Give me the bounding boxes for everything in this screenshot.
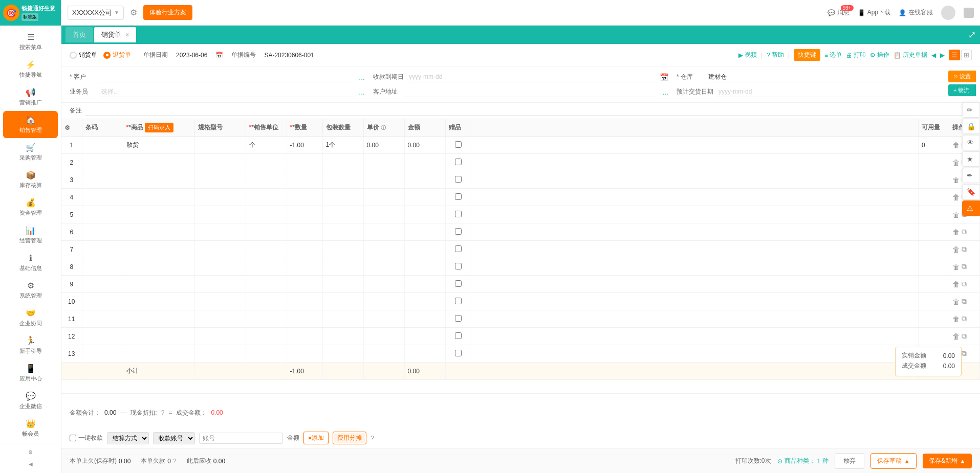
- print-btn[interactable]: 🖨 打印: [846, 51, 866, 59]
- row-price-4[interactable]: [363, 189, 404, 206]
- row-spec-2[interactable]: [194, 154, 246, 171]
- row-gift-7[interactable]: [445, 241, 471, 258]
- row-product-8[interactable]: [123, 258, 194, 276]
- due-date-input[interactable]: [407, 72, 657, 82]
- sidebar-item-member[interactable]: 👑 畅会员: [3, 415, 58, 442]
- help-link[interactable]: ? 帮助: [767, 51, 784, 59]
- message-button[interactable]: 💬 消息 99+: [827, 8, 850, 17]
- row-gift-3[interactable]: [445, 171, 471, 189]
- note-input[interactable]: [85, 106, 972, 116]
- expense-help-icon[interactable]: ?: [371, 435, 374, 442]
- row-spec-4[interactable]: [194, 189, 246, 206]
- row-qty-9[interactable]: [287, 276, 322, 293]
- delete-icon-9[interactable]: 🗑: [952, 280, 960, 288]
- row-price-12[interactable]: [363, 328, 404, 345]
- user-menu-icon[interactable]: [964, 8, 974, 18]
- barcode-input-3[interactable]: [85, 176, 120, 184]
- tab-close-icon[interactable]: ×: [125, 31, 129, 38]
- gift-cb-11[interactable]: [455, 315, 462, 322]
- copy-icon-7[interactable]: ⧉: [962, 245, 967, 254]
- copy-icon-10[interactable]: ⧉: [962, 297, 967, 306]
- gift-cb-2[interactable]: [455, 159, 462, 165]
- tab-sales-order[interactable]: 销货单 ×: [94, 27, 136, 42]
- sidebar-bottom-collapse[interactable]: ◀: [0, 459, 61, 469]
- add-payment-btn[interactable]: ●添加: [303, 432, 329, 444]
- payment-method-select[interactable]: 结算方式: [107, 432, 149, 444]
- row-gift-5[interactable]: [445, 206, 471, 223]
- sidebar-item-wechat[interactable]: 💬 企业微信: [3, 387, 58, 414]
- row-spec-9[interactable]: [194, 276, 246, 293]
- barcode-input-11[interactable]: [85, 316, 120, 323]
- gift-cb-1[interactable]: [455, 141, 462, 148]
- barcode-input-9[interactable]: [85, 281, 120, 288]
- row-barcode-2[interactable]: [82, 154, 123, 171]
- row-spec-10[interactable]: [194, 293, 246, 310]
- sidebar-item-finance[interactable]: 💰 资金管理: [3, 194, 58, 221]
- settings-field-btn[interactable]: ⊙ 设置: [948, 71, 976, 82]
- row-price-10[interactable]: [363, 293, 404, 310]
- row-price-1[interactable]: 0.00: [363, 137, 404, 154]
- discount-help-icon[interactable]: ?: [161, 409, 165, 416]
- row-barcode-10[interactable]: [82, 293, 123, 310]
- warehouse-input[interactable]: [706, 72, 962, 82]
- row-spec-5[interactable]: [194, 206, 246, 223]
- right-tool-bookmark[interactable]: 🔖: [962, 184, 980, 199]
- row-gift-1[interactable]: [445, 137, 471, 154]
- sidebar-item-inventory[interactable]: 📦 库存核算: [3, 166, 58, 193]
- next-btn[interactable]: ▶: [940, 52, 945, 59]
- row-gift-2[interactable]: [445, 154, 471, 171]
- video-link[interactable]: ▶ 视频: [738, 51, 757, 59]
- save-draft-button[interactable]: 保存草稿 ▲: [870, 453, 917, 469]
- sidebar-item-system[interactable]: ⚙ 系统管理: [3, 277, 58, 304]
- barcode-input-1[interactable]: [85, 142, 120, 149]
- gift-cb-7[interactable]: [455, 245, 462, 252]
- row-price-2[interactable]: [363, 154, 404, 171]
- row-barcode-9[interactable]: [82, 276, 123, 293]
- row-spec-13[interactable]: [194, 345, 246, 363]
- row-barcode-6[interactable]: [82, 223, 123, 241]
- copy-icon-8[interactable]: ⧉: [962, 262, 967, 271]
- delete-icon-1[interactable]: 🗑: [952, 141, 960, 149]
- row-qty-10[interactable]: [287, 293, 322, 310]
- delete-icon-7[interactable]: 🗑: [952, 245, 960, 254]
- row-barcode-1[interactable]: [82, 137, 123, 154]
- row-gift-10[interactable]: [445, 293, 471, 310]
- row-spec-3[interactable]: [194, 171, 246, 189]
- row-spec-1[interactable]: [194, 137, 246, 154]
- sidebar-bottom-settings[interactable]: ⚙: [0, 447, 61, 457]
- customer-input[interactable]: [99, 72, 355, 82]
- row-gift-11[interactable]: [445, 310, 471, 328]
- row-gift-6[interactable]: [445, 223, 471, 241]
- row-spec-6[interactable]: [194, 223, 246, 241]
- row-qty-8[interactable]: [287, 258, 322, 276]
- row-product-7[interactable]: [123, 241, 194, 258]
- row-gift-13[interactable]: [445, 345, 471, 363]
- delivery-input[interactable]: [716, 86, 960, 97]
- right-tool-star[interactable]: ★: [962, 151, 980, 167]
- delete-icon-11[interactable]: 🗑: [952, 315, 960, 323]
- sidebar-item-marketing[interactable]: 📢 营销推广: [3, 83, 58, 110]
- save-new-button[interactable]: 保存&新增 ▲: [923, 454, 972, 468]
- row-price-3[interactable]: [363, 171, 404, 189]
- row-gift-12[interactable]: [445, 328, 471, 345]
- company-selector[interactable]: XXXXXX公司 ▼: [68, 6, 124, 20]
- barcode-input-7[interactable]: [85, 246, 120, 253]
- grid-view-btn[interactable]: ⊞: [961, 50, 972, 60]
- customer-dots[interactable]: ...: [359, 73, 365, 81]
- row-qty-5[interactable]: [287, 206, 322, 223]
- barcode-input-10[interactable]: [85, 298, 120, 305]
- radio-sale[interactable]: 销货单: [70, 51, 97, 59]
- user-avatar[interactable]: [941, 6, 955, 20]
- row-product-12[interactable]: [123, 328, 194, 345]
- barcode-input-4[interactable]: [85, 194, 120, 201]
- row-price-13[interactable]: [363, 345, 404, 363]
- right-tool-edit[interactable]: ✏: [962, 102, 980, 118]
- scan-btn[interactable]: 扫码录入: [145, 123, 173, 132]
- ops-btn[interactable]: ⚙ 操作: [870, 51, 889, 59]
- gift-cb-4[interactable]: [455, 193, 462, 200]
- right-tool-lock[interactable]: 🔒: [962, 119, 980, 134]
- gift-cb-6[interactable]: [455, 228, 462, 235]
- due-date-calendar-icon[interactable]: 📅: [660, 73, 668, 81]
- right-tool-alert[interactable]: ⚠: [962, 200, 980, 216]
- row-qty-13[interactable]: [287, 345, 322, 363]
